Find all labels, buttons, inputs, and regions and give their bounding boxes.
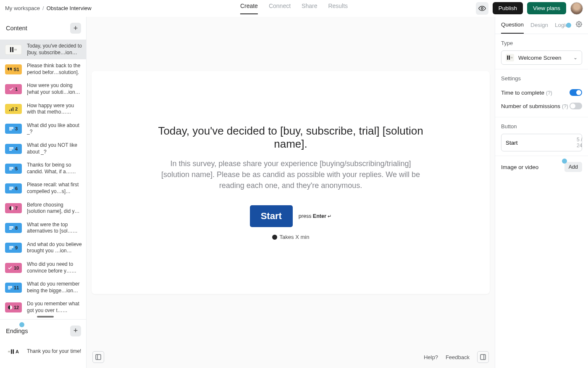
collapse-left-panel-button[interactable] <box>92 351 104 363</box>
panel-left-icon <box>95 354 101 360</box>
topbar: My workspace / Obstacle Interview Create… <box>0 0 588 17</box>
form-title[interactable]: Today, you've decided to [buy, subscribe… <box>142 124 439 151</box>
sidebar-item-q3[interactable]: 3 What did you like about _? <box>0 119 86 139</box>
breadcrumb-current[interactable]: Obstacle Interview <box>47 5 92 11</box>
help-link[interactable]: Help? <box>424 354 438 360</box>
media-section: Image or video Add <box>495 156 588 178</box>
sidebar-item-welcome[interactable]: Today, you've decided to [buy, subscribe… <box>0 40 86 59</box>
content-title: Content <box>6 25 27 32</box>
sidebar-item-q6[interactable]: 6 Please recall: what first compelled yo… <box>0 178 86 198</box>
sidebar-item-q2[interactable]: 2 How happy were you with that metho…met… <box>0 99 86 119</box>
svg-rect-2 <box>12 47 13 52</box>
svg-rect-39 <box>509 56 510 60</box>
tab-design[interactable]: Design <box>530 22 548 33</box>
sidebar-item-q9[interactable]: 9 And what do you believe brought you …i… <box>0 238 86 258</box>
svg-rect-16 <box>9 187 13 188</box>
notification-dot-icon <box>562 159 567 164</box>
button-text-counter: 5 / 24 <box>577 137 582 148</box>
feedback-link[interactable]: Feedback <box>446 354 470 360</box>
endings-section-head: Endings + <box>0 320 86 342</box>
svg-rect-24 <box>9 247 13 248</box>
svg-rect-10 <box>9 147 13 148</box>
help-icon[interactable]: (?) <box>562 103 568 109</box>
nav-connect[interactable]: Connect <box>269 3 291 14</box>
nav-share[interactable]: Share <box>302 3 317 14</box>
settings-gear-button[interactable] <box>576 21 582 34</box>
svg-rect-28 <box>8 289 10 289</box>
add-media-button[interactable]: Add <box>564 162 582 172</box>
svg-rect-38 <box>507 56 508 60</box>
enter-arrow-icon: ↵ <box>328 214 331 219</box>
sidebar-item-label: What were the top alternatives to [sol…t… <box>27 222 82 235</box>
view-plans-button[interactable]: View plans <box>527 2 566 14</box>
sidebar-item-label: Please think back to the period befor…so… <box>27 63 82 76</box>
tab-question[interactable]: Question <box>501 21 524 34</box>
add-content-button[interactable]: + <box>70 23 81 34</box>
media-label: Image or video <box>501 164 538 170</box>
preview-button[interactable] <box>476 2 488 15</box>
sidebar-right: Question Design Logic Type Welcome Scree… <box>495 17 588 368</box>
svg-rect-9 <box>9 130 12 130</box>
sidebar-item-q12[interactable]: 12 Do you remember what got you over t…o… <box>0 297 86 317</box>
sidebar-item-label: Thanks for being so candid. What, if a…i… <box>27 162 82 175</box>
help-icon[interactable]: (?) <box>546 90 552 96</box>
sidebar-item-label: Before choosing [solution name], did y…i… <box>27 202 82 215</box>
settings-section: Settings Time to complete(?) Number of s… <box>495 69 588 117</box>
notification-dot-icon <box>566 23 571 28</box>
nav-create[interactable]: Create <box>240 3 258 14</box>
svg-rect-23 <box>9 246 13 247</box>
long-text-icon: 4 <box>5 144 22 154</box>
svg-point-0 <box>481 7 483 9</box>
clock-icon <box>272 235 277 240</box>
long-text-icon: 3 <box>5 124 22 134</box>
publish-button[interactable]: Publish <box>493 2 523 14</box>
svg-rect-4 <box>9 110 10 111</box>
sidebar-item-q11[interactable]: 11 What do you remember being the bigge…… <box>0 278 86 297</box>
sidebar-item-q1[interactable]: 1 How were you doing [what your soluti…i… <box>0 79 86 99</box>
button-text-input-wrap: 5 / 24 <box>501 134 582 151</box>
svg-rect-1 <box>10 47 11 52</box>
svg-rect-32 <box>13 349 14 354</box>
nav-results[interactable]: Results <box>328 3 348 14</box>
toggle-number-of-submissions[interactable] <box>570 103 582 109</box>
avatar[interactable] <box>570 2 583 15</box>
sidebar-item-statement[interactable]: S1 Please think back to the period befor… <box>0 59 86 79</box>
long-text-icon: 5 <box>5 164 22 174</box>
multiple-choice-icon: 10 <box>5 263 22 273</box>
sidebar-item-ending[interactable]: A Thank you for your time! <box>0 342 86 361</box>
svg-rect-21 <box>9 228 13 228</box>
svg-rect-35 <box>480 355 486 360</box>
sidebar-item-label: What do you remember being the bigge…ion… <box>27 281 82 294</box>
breadcrumb-workspace[interactable]: My workspace <box>5 5 40 11</box>
sidebar-item-q8[interactable]: 8 What were the top alternatives to [sol… <box>0 218 86 238</box>
add-ending-button[interactable]: + <box>70 326 81 336</box>
type-select[interactable]: Welcome Screen ⌄ <box>501 50 582 65</box>
sidebar-item-label: Please recall: what first compelled yo…s… <box>27 182 82 195</box>
breadcrumb: My workspace / Obstacle Interview <box>5 5 92 11</box>
scrollbar-thumb[interactable] <box>37 316 54 318</box>
type-label: Type <box>501 40 582 46</box>
svg-rect-3 <box>14 49 17 50</box>
sidebar-item-label: What did you like about _? <box>27 122 82 135</box>
press-enter-hint: press Enter ↵ <box>299 213 331 219</box>
sidebar-item-q7[interactable]: 7 Before choosing [solution name], did y… <box>0 199 86 218</box>
sidebar-item-label: Do you remember what got you over t…obst… <box>27 301 82 314</box>
svg-rect-14 <box>9 168 13 169</box>
setting-number-of-submissions: Number of submissions(?) <box>501 99 582 113</box>
sidebar-item-label: Today, you've decided to [buy, subscribe… <box>27 43 82 56</box>
welcome-screen-icon <box>506 54 514 61</box>
form-canvas[interactable]: Today, you've decided to [buy, subscribe… <box>92 71 490 294</box>
endings-title: Endings <box>6 328 28 334</box>
form-description[interactable]: In this survey, please share your experi… <box>160 158 421 191</box>
start-button[interactable]: Start <box>250 205 293 227</box>
sidebar-item-q10[interactable]: 10 Who did you need to convince before y… <box>0 258 86 278</box>
panel-right-icon <box>480 354 486 360</box>
setting-time-to-complete: Time to complete(?) <box>501 86 582 99</box>
button-section: Button 5 / 24 <box>495 117 588 156</box>
sidebar-item-q5[interactable]: 5 Thanks for being so candid. What, if a… <box>0 159 86 178</box>
sidebar-item-q4[interactable]: 4 What did you NOT like about _? <box>0 139 86 159</box>
button-text-input[interactable] <box>506 140 577 146</box>
toggle-time-to-complete[interactable] <box>570 89 582 96</box>
collapse-right-panel-button[interactable] <box>477 351 489 363</box>
content-section-head: Content + <box>0 17 86 40</box>
